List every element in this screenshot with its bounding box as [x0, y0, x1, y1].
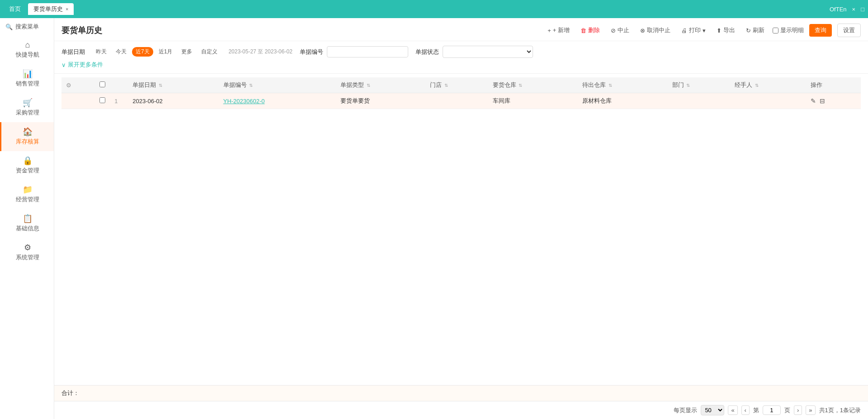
col-doctype: 单据类型 ⇅ — [336, 77, 426, 93]
settings-label: 设置 — [843, 26, 855, 34]
display-detail-checkbox[interactable] — [773, 28, 778, 33]
expand-more-btn[interactable]: ∨ 展开更多条件 — [61, 61, 861, 69]
print-dropdown-icon: ▾ — [703, 27, 706, 34]
print-label: 打印 — [689, 26, 701, 34]
date-btn-1month[interactable]: 近1月 — [155, 47, 176, 57]
doc-no-input[interactable] — [327, 46, 408, 57]
page-unit-label: 页 — [784, 406, 790, 414]
summary-bar: 合计： — [54, 385, 868, 401]
col-dept-label: 部门 — [672, 81, 684, 88]
toolbar: + + 新增 🗑 删除 ⊘ 中止 ⊗ 取消中止 🖨 打印 — [545, 24, 861, 37]
home-icon: ⌂ — [25, 41, 30, 49]
inventory-icon: 🏠 — [23, 128, 33, 136]
next-page-button[interactable]: › — [794, 405, 802, 415]
tab-home[interactable]: 首页 — [4, 3, 26, 15]
delete-icon: 🗑 — [580, 27, 586, 34]
last-page-button[interactable]: » — [806, 405, 815, 415]
often-label: OfTEn — [830, 6, 847, 13]
sidebar-item-purchase-mgmt[interactable]: 🛒 采购管理 — [0, 93, 54, 122]
doc-no-link[interactable]: YH-20230602-0 — [223, 98, 265, 105]
row-checkbox[interactable] — [99, 97, 105, 103]
sidebar-item-sales-mgmt[interactable]: 📊 销售管理 — [0, 64, 54, 93]
settings-button[interactable]: 设置 — [837, 24, 861, 37]
cell-num: 1 — [110, 93, 128, 109]
refresh-icon: ↻ — [746, 27, 751, 34]
sort-req-warehouse-icon[interactable]: ⇅ — [519, 83, 522, 88]
table-header: ⚙ 单据日期 ⇅ 单据编号 ⇅ — [61, 77, 861, 93]
table-settings-icon[interactable]: ⚙ — [66, 82, 71, 89]
prev-page-button[interactable]: ‹ — [741, 405, 750, 415]
sort-date-icon[interactable]: ⇅ — [159, 83, 162, 88]
col-store: 门店 ⇅ — [425, 77, 488, 93]
sidebar-item-finance[interactable]: 🔒 资金管理 — [0, 151, 54, 180]
sidebar-item-quick-nav[interactable]: ⌂ 快捷导航 — [0, 35, 54, 64]
operation-icon: 📁 — [23, 186, 33, 194]
basic-info-icon: 📋 — [23, 214, 33, 223]
delete-button[interactable]: 🗑 删除 — [578, 24, 603, 36]
query-button[interactable]: 查询 — [809, 24, 832, 37]
cell-store — [425, 93, 488, 109]
date-btn-7days[interactable]: 近7天 — [132, 47, 153, 57]
status-select[interactable] — [443, 46, 533, 58]
tab-requisition-history[interactable]: 要货单历史 × — [28, 3, 74, 15]
sort-dept-icon[interactable]: ⇅ — [686, 83, 690, 88]
sort-pending-warehouse-icon[interactable]: ⇅ — [609, 83, 612, 88]
doc-no-filter-group: 单据编号 — [300, 46, 408, 57]
date-btn-more[interactable]: 更多 — [178, 47, 196, 57]
delete-label: 删除 — [588, 26, 600, 34]
export-button[interactable]: ⬆ 导出 — [714, 24, 738, 36]
table-row: 1 2023-06-02 YH-20230602-0 要货单要货 车间库 原材料… — [61, 93, 861, 109]
cell-settings — [61, 93, 95, 109]
sidebar-item-operation[interactable]: 📁 经营管理 — [0, 180, 54, 209]
tab-label: 要货单历史 — [33, 5, 63, 13]
cancel-stop-button[interactable]: ⊗ 取消中止 — [637, 24, 673, 36]
edit-action-button[interactable]: ✎ — [811, 97, 816, 105]
date-btn-today[interactable]: 今天 — [112, 47, 130, 57]
display-detail-toggle[interactable]: 显示明细 — [773, 26, 804, 34]
col-dept: 部门 ⇅ — [668, 77, 730, 93]
print-button[interactable]: 🖨 打印 ▾ — [679, 24, 708, 36]
page-size-select[interactable]: 50 10 20 100 — [701, 405, 724, 415]
select-all-checkbox[interactable] — [99, 81, 105, 87]
first-page-button[interactable]: « — [728, 405, 737, 415]
window-maximize-icon[interactable]: □ — [861, 6, 864, 13]
sidebar: 🔍 搜索菜单 ⌂ 快捷导航 📊 销售管理 🛒 采购管理 🏠 库存核算 🔒 资金管… — [0, 18, 54, 419]
col-num — [110, 77, 128, 93]
cell-docno[interactable]: YH-20230602-0 — [219, 93, 336, 109]
sort-docno-icon[interactable]: ⇅ — [249, 83, 253, 88]
window-close-icon[interactable]: × — [852, 6, 856, 13]
filter-row: 单据日期 昨天 今天 近7天 近1月 更多 自定义 2023-05-27 至 2… — [61, 46, 861, 58]
tab-close-icon[interactable]: × — [66, 6, 68, 12]
table-container: ⚙ 单据日期 ⇅ 单据编号 ⇅ — [54, 74, 868, 385]
sort-store-icon[interactable]: ⇅ — [444, 83, 448, 88]
top-bar-right: OfTEn × □ — [830, 6, 864, 13]
sidebar-item-inventory[interactable]: 🏠 库存核算 — [0, 122, 54, 151]
cell-action: ✎ ⊟ — [806, 93, 861, 109]
page-number-input[interactable] — [763, 405, 781, 415]
cell-req-warehouse: 车间库 — [488, 93, 578, 109]
sidebar-item-system[interactable]: ⚙ 系统管理 — [0, 238, 54, 267]
sort-handler-icon[interactable]: ⇅ — [755, 83, 759, 88]
col-settings[interactable]: ⚙ — [61, 77, 95, 93]
sidebar-item-label: 基础信息 — [16, 224, 39, 233]
cell-checkbox — [95, 93, 110, 109]
sidebar-item-basic-info[interactable]: 📋 基础信息 — [0, 209, 54, 238]
finance-icon: 🔒 — [23, 157, 33, 165]
sidebar-item-label: 系统管理 — [16, 253, 39, 262]
col-req-warehouse: 要货仓库 ⇅ — [488, 77, 578, 93]
date-btn-yesterday[interactable]: 昨天 — [92, 47, 110, 57]
col-doctype-label: 单据类型 — [340, 81, 364, 88]
sort-doctype-icon[interactable]: ⇅ — [367, 83, 370, 88]
refresh-button[interactable]: ↻ 刷新 — [743, 24, 767, 36]
new-button[interactable]: + + 新增 — [545, 24, 572, 36]
col-pending-warehouse-label: 待出仓库 — [582, 81, 606, 88]
status-filter-group: 单据状态 — [415, 46, 533, 58]
delete-action-button[interactable]: ⊟ — [820, 97, 825, 105]
col-req-warehouse-label: 要货仓库 — [493, 81, 516, 88]
cell-handler — [730, 93, 806, 109]
sidebar-search[interactable]: 🔍 搜索菜单 — [0, 18, 54, 35]
date-btn-custom[interactable]: 自定义 — [198, 47, 221, 57]
date-filter-buttons: 昨天 今天 近7天 近1月 更多 自定义 — [92, 47, 221, 57]
stop-button[interactable]: ⊘ 中止 — [608, 24, 632, 36]
total-info: 共1页，1条记录 — [819, 406, 861, 414]
